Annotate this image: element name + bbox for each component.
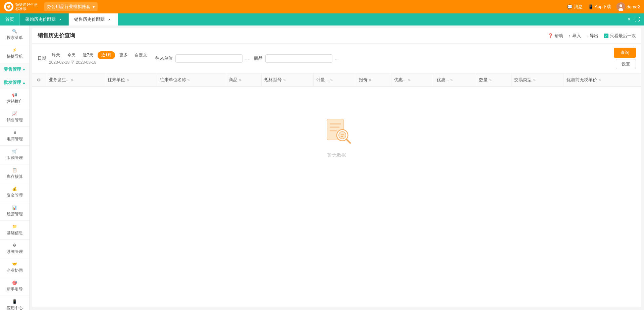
message-btn[interactable]: 💬 消息 [567,4,583,10]
sidebar-item-app-center[interactable]: 📱 应用中心 [0,296,29,310]
sidebar-item-quick-nav[interactable]: ⚡ 快捷导航 [0,44,29,63]
sidebar-item-retail-mgmt[interactable]: 零售管理 ▼ [0,63,29,76]
sidebar-item-wholesale-mgmt[interactable]: 批发管理 ▲ [0,76,29,89]
export-icon: ↓ [586,33,589,38]
business-icon: 📊 [12,205,17,210]
sidebar-item-basic-info[interactable]: 📁 基础信息 [0,221,29,240]
th-goods[interactable]: 商品 ⇅ [226,73,261,87]
date-btn-more[interactable]: 更多 [116,51,130,59]
ecommerce-icon: 🖥 [13,130,17,135]
sort-icon-qty: ⇅ [489,78,492,82]
th-partner-name[interactable]: 往来单位名称 ⇅ [157,73,226,87]
export-action[interactable]: ↓ 导出 [586,33,599,39]
sort-icon-unit: ⇅ [330,78,333,82]
workspace-area: 办公用品行业模拟账套 ▾ [38,2,567,11]
app-download-btn[interactable]: 📱 App下载 [588,4,611,10]
table-header: ⚙ 业务发生... ⇅ 往来单位 ⇅ 往来单位名称 [32,73,641,87]
svg-rect-6 [330,123,341,124]
th-discount1[interactable]: 优惠... ⇅ [391,73,434,87]
page-content: 销售历史价查询 ❓ 帮助 ↑ 导入 ↓ 导出 ✓ [32,28,641,307]
date-filter-label: 日期 [38,55,46,61]
sort-icon-partner-name: ⇅ [187,78,190,82]
sort-icon-discount1: ⇅ [408,78,411,82]
sidebar-item-marketing[interactable]: 📢 营销推广 [0,89,29,108]
partner-input[interactable] [175,54,243,63]
export-label: 导出 [590,33,598,39]
marketing-icon: 📢 [12,93,17,97]
th-spec[interactable]: 规格型号 ⇅ [261,73,314,87]
sidebar-item-inventory[interactable]: 📋 库存核算 [0,164,29,183]
goods-dots[interactable]: ... [335,56,338,61]
th-partner-name-label: 往来单位名称 [160,77,186,82]
sort-icon-spec: ⇅ [283,78,286,82]
enterprise-collab-icon: 🤝 [12,262,17,266]
partner-dots[interactable]: ... [245,56,249,61]
workspace-select[interactable]: 办公用品行业模拟账套 ▾ [44,2,98,11]
th-unit-label: 计量... [316,77,329,82]
enterprise-collab-label: 企业协同 [7,268,23,273]
tab-purchase-history[interactable]: 采购历史价跟踪 × [20,13,69,25]
goods-filter-label: 商品 [254,55,263,61]
retail-mgmt-arrow: ▼ [22,68,26,71]
sidebar-item-system[interactable]: ⚙ 系统管理 [0,240,29,258]
sidebar-item-ecommerce[interactable]: 🖥 电商管理 [0,127,29,146]
goods-filter-group: 商品 ... [254,54,338,63]
tab-sales-history[interactable]: 销售历史价跟踪 × [69,13,118,25]
table-container: ⚙ 业务发生... ⇅ 往来单位 ⇅ 往来单位名称 [32,73,641,307]
th-qty[interactable]: 数量 ⇅ [476,73,511,87]
date-filter-group: 日期 昨天 今天 近7天 近1月 更多 自定义 2023-02-18 至 202… [38,51,150,65]
expand-btn[interactable]: ⛶ [635,16,640,22]
close-all-tabs-btn[interactable]: × [628,16,631,22]
partner-filter-group: 往来单位 ... [155,54,249,63]
svg-rect-7 [330,126,339,128]
sidebar-item-search-menu[interactable]: 🔍 搜索菜单 [0,25,29,44]
sidebar-item-business[interactable]: 📊 经营管理 [0,202,29,221]
th-trade-type[interactable]: 交易类型 ⇅ [512,73,564,87]
th-qty-label: 数量 [479,77,488,82]
sort-icon-quote: ⇅ [369,78,371,82]
logo-text: 畅捷通好生意 标准版 [15,2,38,11]
ecommerce-label: 电商管理 [7,136,23,142]
setting-button[interactable]: 设置 [616,59,636,69]
filter-bar: 日期 昨天 今天 近7天 近1月 更多 自定义 2023-02-18 至 202… [32,44,641,73]
system-icon: ⚙ [13,243,16,248]
sidebar-item-sales-mgmt[interactable]: 📈 销售管理 [0,108,29,127]
date-btn-today[interactable]: 今天 [64,51,78,59]
sidebar-item-enterprise-collab[interactable]: 🤝 企业协同 [0,258,29,277]
top-bar: 畅 畅捷通好生意 标准版 办公用品行业模拟账套 ▾ 💬 消息 📱 App下载 [0,0,644,13]
partner-filter-label: 往来单位 [155,55,173,61]
th-biz-date-label: 业务发生... [49,77,70,82]
sidebar-item-finance[interactable]: 💰 资金管理 [0,183,29,202]
date-btn-yesterday[interactable]: 昨天 [49,51,63,59]
help-action[interactable]: ❓ 帮助 [548,33,563,39]
finance-icon: 💰 [12,187,17,191]
goods-input[interactable] [265,54,332,63]
svg-text:畅: 畅 [7,5,10,9]
th-biz-date[interactable]: 业务发生... ⇅ [46,73,105,87]
query-button[interactable]: 查询 [614,48,636,58]
svg-rect-12 [341,135,344,136]
date-btn-1month[interactable]: 近1月 [98,51,115,59]
import-action[interactable]: ↑ 导入 [569,33,581,39]
date-btn-7days[interactable]: 近7天 [80,51,96,59]
only-last-checkbox[interactable]: ✓ 只看最后一次 [604,33,636,39]
tab-home[interactable]: 首页 [0,13,20,25]
date-btn-custom[interactable]: 自定义 [132,51,150,59]
th-partner-code[interactable]: 往来单位 ⇅ [105,73,157,87]
settings-gear-icon[interactable]: ⚙ [37,78,41,83]
sales-history-tab-close[interactable]: × [107,17,112,22]
th-spec-label: 规格型号 [264,77,282,82]
th-trade-type-label: 交易类型 [514,77,532,82]
user-profile[interactable]: demo2 [616,2,640,11]
th-discount2[interactable]: 优惠... ⇅ [434,73,476,87]
sidebar: 🔍 搜索菜单 ⚡ 快捷导航 零售管理 ▼ 批发管理 ▲ 📢 营销推广 📈 销售管… [0,25,30,310]
sort-icon-pre-tax-price: ⇅ [598,78,601,82]
purchase-history-tab-close[interactable]: × [58,17,63,22]
th-quote[interactable]: 报价 ⇅ [356,73,391,87]
sidebar-item-purchase-mgmt[interactable]: 🛒 采购管理 [0,146,29,164]
th-settings[interactable]: ⚙ [32,73,46,87]
sidebar-item-new-guide[interactable]: 🎯 新手引导 [0,277,29,296]
th-pre-tax-price[interactable]: 优惠前无税单价 ⇅ [564,73,641,87]
th-unit[interactable]: 计量... ⇅ [314,73,356,87]
main-layout: 🔍 搜索菜单 ⚡ 快捷导航 零售管理 ▼ 批发管理 ▲ 📢 营销推广 📈 销售管… [0,25,644,310]
